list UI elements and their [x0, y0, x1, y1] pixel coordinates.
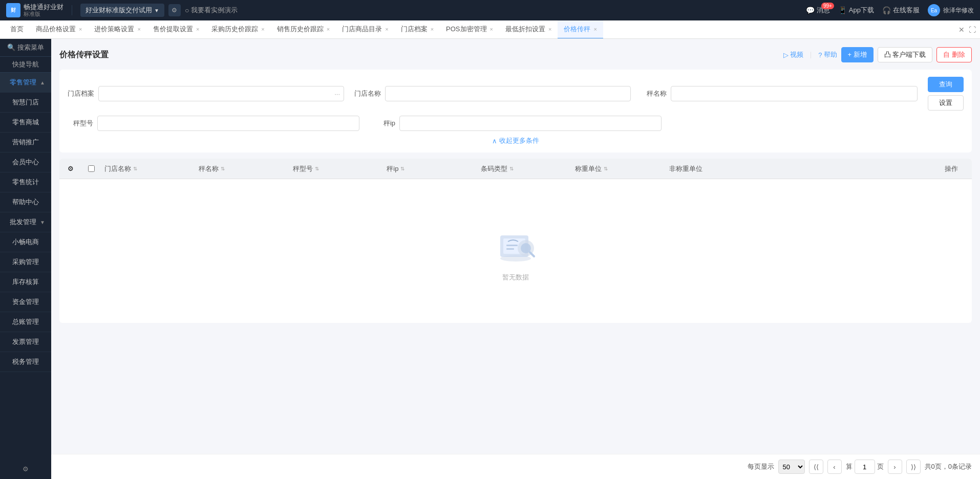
- ellipsis-icon[interactable]: ···: [334, 90, 340, 98]
- page-number-input[interactable]: 1: [855, 460, 875, 474]
- sidebar-item-inventory[interactable]: 库存核算: [0, 272, 51, 292]
- col-scale-ip: 秤ip ⇅: [382, 164, 477, 173]
- messages-btn[interactable]: 💬 消息 99+: [806, 6, 830, 15]
- collapse-btn[interactable]: ∧ 收起更多条件: [492, 136, 539, 145]
- tab-min-discount[interactable]: 最低折扣设置 ×: [499, 20, 558, 39]
- close-icon[interactable]: ×: [137, 26, 140, 32]
- sort-icon[interactable]: ⇅: [604, 166, 608, 171]
- app-download-btn[interactable]: 📱 App下载: [838, 6, 874, 15]
- tab-store-catalog[interactable]: 门店商品目录 ×: [336, 20, 394, 39]
- scale-model-input[interactable]: [97, 116, 359, 131]
- page-content: 价格传秤设置 ▷ 视频 ｜ ? 帮助 + 新增 凸 客户端下载: [51, 39, 980, 454]
- sidebar-item-help[interactable]: 帮助中心: [0, 192, 51, 212]
- sort-icon[interactable]: ⇅: [509, 166, 514, 171]
- pagination-total: 共0页，0条记录: [925, 462, 972, 471]
- pagination-info: 算 1 页: [846, 460, 884, 474]
- sidebar-quick-nav[interactable]: 快捷导航: [0, 57, 51, 73]
- tab-price-scale[interactable]: 价格传秤 ×: [558, 20, 603, 39]
- close-icon[interactable]: ×: [431, 26, 434, 32]
- user-menu[interactable]: Ea 徐泽华修改: [928, 4, 974, 16]
- table-checkbox-all[interactable]: [82, 165, 100, 172]
- close-icon[interactable]: ×: [79, 26, 82, 32]
- sidebar-item-retail-stats[interactable]: 零售统计: [0, 172, 51, 192]
- sort-icon[interactable]: ⇅: [400, 166, 404, 171]
- sidebar-item-retail[interactable]: 零售管理 ▲: [0, 73, 51, 93]
- video-link[interactable]: ▷ 视频: [783, 50, 803, 59]
- col-operation: 操作: [931, 164, 972, 173]
- page-size-select[interactable]: 50 10 20 100: [778, 460, 805, 474]
- tab-price-extract[interactable]: 售价提取设置 ×: [147, 20, 205, 39]
- content-area: 价格传秤设置 ▷ 视频 ｜ ? 帮助 + 新增 凸 客户端下载: [51, 39, 980, 479]
- chevron-up-icon: ▲: [40, 80, 45, 85]
- help-link[interactable]: ? 帮助: [818, 50, 837, 59]
- sidebar-item-ecommerce[interactable]: 小畅电商: [0, 232, 51, 252]
- maximize-tab-icon[interactable]: ⛶: [969, 26, 976, 34]
- sort-icon[interactable]: ⇅: [221, 166, 225, 171]
- user-name: 徐泽华修改: [943, 6, 974, 15]
- close-icon[interactable]: ×: [490, 26, 493, 32]
- close-icon[interactable]: ×: [196, 26, 199, 32]
- tab-bar: 首页 商品价格设置 × 进价策略设置 × 售价提取设置 × 采购历史价跟踪 × …: [0, 20, 980, 39]
- sort-icon[interactable]: ⇅: [133, 166, 137, 171]
- sidebar-item-retail-mall[interactable]: 零售商城: [0, 113, 51, 133]
- prev-page-btn[interactable]: ‹: [827, 460, 842, 474]
- tab-store-archive[interactable]: 门店档案 ×: [395, 20, 440, 39]
- scale-name-input[interactable]: [671, 86, 918, 101]
- table-header: ⚙ 门店名称 ⇅ 秤名称 ⇅ 秤型号 ⇅: [59, 159, 972, 179]
- sidebar-settings[interactable]: ⚙: [0, 459, 51, 479]
- store-name-input[interactable]: [385, 86, 631, 101]
- sidebar-item-marketing[interactable]: 营销推广: [0, 133, 51, 153]
- svg-line-5: [530, 252, 534, 256]
- settings-icon[interactable]: ⚙: [168, 4, 181, 16]
- select-all-checkbox[interactable]: [88, 165, 95, 172]
- close-icon[interactable]: ×: [261, 26, 264, 32]
- scale-ip-input[interactable]: [399, 116, 662, 131]
- version-selector[interactable]: 好业财标准版交付试用 ▼: [80, 4, 164, 17]
- table-settings-icon[interactable]: ⚙: [59, 165, 82, 172]
- close-tab-icon[interactable]: ✕: [958, 26, 965, 34]
- download-btn[interactable]: 凸 客户端下载: [878, 47, 933, 62]
- tab-purchase-strategy[interactable]: 进价策略设置 ×: [88, 20, 146, 39]
- col-non-weight-unit: 非称重单位: [665, 164, 931, 173]
- store-name-field: 门店名称: [354, 86, 631, 101]
- phone-icon: 📱: [838, 6, 847, 14]
- sidebar-item-tax[interactable]: 税务管理: [0, 352, 51, 372]
- sidebar-item-purchase[interactable]: 采购管理: [0, 252, 51, 272]
- delete-btn[interactable]: 自 删除: [936, 47, 972, 62]
- add-btn[interactable]: + 新增: [841, 47, 874, 62]
- settings-btn[interactable]: 设置: [928, 95, 964, 111]
- search-icon: 🔍: [7, 43, 15, 51]
- last-page-btn[interactable]: ⟩⟩: [906, 460, 921, 474]
- close-icon[interactable]: ×: [548, 26, 551, 32]
- tab-sales-history[interactable]: 销售历史价跟踪 ×: [271, 20, 336, 39]
- query-btn[interactable]: 查询: [928, 77, 964, 92]
- tab-bar-actions: ✕ ⛶: [958, 26, 976, 34]
- store-archive-input[interactable]: [98, 86, 344, 101]
- first-page-btn[interactable]: ⟨⟨: [809, 460, 823, 474]
- tab-purchase-history[interactable]: 采购历史价跟踪 ×: [205, 20, 270, 39]
- sidebar-item-finance[interactable]: 资金管理: [0, 292, 51, 312]
- messages-badge: 99+: [821, 3, 834, 9]
- tab-pos-management[interactable]: POS加密管理 ×: [440, 20, 499, 39]
- sidebar-item-smart-store[interactable]: 智慧门店: [0, 93, 51, 113]
- empty-state: 暂无数据: [59, 179, 972, 323]
- sidebar-item-invoice[interactable]: 发票管理: [0, 332, 51, 352]
- demo-link[interactable]: ○ 我要看实例演示: [185, 6, 238, 15]
- close-icon[interactable]: ×: [593, 26, 596, 32]
- app-logo-icon: 财: [6, 3, 20, 17]
- sidebar-item-members[interactable]: 会员中心: [0, 153, 51, 172]
- last-page-icon: ⟩⟩: [911, 463, 916, 471]
- online-service-btn[interactable]: 🎧 在线客服: [882, 6, 920, 15]
- gear-icon: ⚙: [68, 165, 74, 172]
- header-right: 💬 消息 99+ 📱 App下载 🎧 在线客服 Ea 徐泽华修改: [806, 4, 974, 16]
- sidebar: 🔍 搜索菜单 快捷导航 零售管理 ▲ 智慧门店 零售商城 营销推广 会员中心 零…: [0, 39, 51, 479]
- close-icon[interactable]: ×: [385, 26, 388, 32]
- sidebar-item-general-ledger[interactable]: 总账管理: [0, 312, 51, 332]
- close-icon[interactable]: ×: [327, 26, 330, 32]
- sidebar-item-wholesale[interactable]: 批发管理 ▼: [0, 212, 51, 232]
- next-page-btn[interactable]: ›: [888, 460, 902, 474]
- tab-home[interactable]: 首页: [4, 20, 30, 39]
- sidebar-search[interactable]: 🔍 搜索菜单: [0, 39, 51, 57]
- tab-product-price[interactable]: 商品价格设置 ×: [30, 20, 88, 39]
- sort-icon[interactable]: ⇅: [315, 166, 319, 171]
